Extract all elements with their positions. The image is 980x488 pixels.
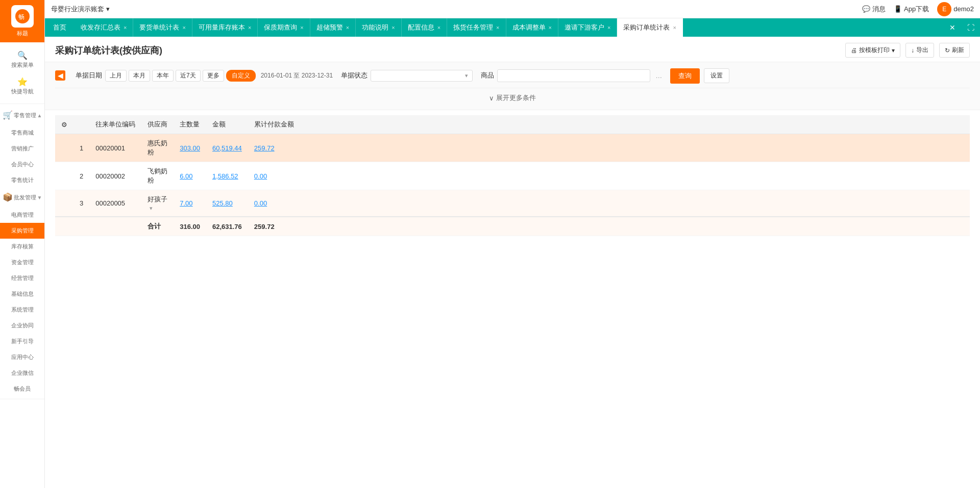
tab-keyong-close[interactable]: × (248, 24, 251, 31)
workspace-selector[interactable]: 母婴行业演示账套 ▾ (51, 5, 110, 14)
date-btn-more[interactable]: 更多 (203, 70, 224, 82)
sidebar-item-inventory[interactable]: 库存核算 (0, 239, 44, 254)
tab-chao-close[interactable]: × (346, 24, 349, 31)
sidebar-item-retail-store[interactable]: 零售商城 (0, 125, 44, 141)
sidebar-item-retail-stat[interactable]: 零售统计 (0, 172, 44, 188)
tab-close-all-btn[interactable]: ✕ (943, 18, 962, 37)
status-select[interactable]: ▾ (371, 70, 473, 82)
sidebar-item-finance[interactable]: 资金管理 (0, 254, 44, 270)
filter-collapse-btn[interactable]: ◀ (55, 70, 65, 81)
col-settings: ⚙ (55, 115, 74, 134)
tab-chengben-close[interactable]: × (549, 24, 552, 31)
sidebar-item-system[interactable]: 系统管理 (0, 302, 44, 318)
row-quantity[interactable]: 303.00 (174, 134, 206, 162)
date-btn-this-month[interactable]: 本月 (129, 70, 150, 82)
sidebar-item-member[interactable]: 会员中心 (0, 157, 44, 172)
tab-pihuo-close[interactable]: × (496, 24, 499, 31)
row-quantity[interactable]: 6.00 (174, 162, 206, 190)
app-download-btn[interactable]: 📱 App下载 (894, 5, 929, 14)
tab-maximize-btn[interactable]: ⛶ (962, 18, 980, 37)
tab-actions: ✕ ⛶ (943, 18, 980, 37)
row-amount[interactable]: 60,519.44 (206, 134, 248, 162)
sidebar-item-vip[interactable]: 畅会员 (0, 381, 44, 397)
row-amount[interactable]: 1,586.52 (206, 162, 248, 190)
collapse-arrow-icon[interactable]: ◀ (55, 70, 65, 81)
tab-caigou[interactable]: 采购订单统计表 × (617, 18, 682, 37)
tab-shoufa[interactable]: 收发存汇总表 × (75, 18, 133, 37)
table-row[interactable]: 3 00020005 好孩子 ▾ 7.00 525.80 0.00 (55, 190, 970, 217)
row-amount[interactable]: 525.80 (206, 190, 248, 217)
settings-btn[interactable]: 设置 (704, 68, 729, 83)
tab-yaoqing-close[interactable]: × (607, 24, 610, 31)
table-row[interactable]: 1 00020001 惠氏奶粉 303.00 60,519.44 259.72 (55, 134, 970, 162)
export-icon: ↓ (911, 47, 914, 54)
row-paid[interactable]: 0.00 (248, 190, 300, 217)
tab-chengben-label: 成本调整单 (512, 23, 546, 32)
logo-text: 标题 (17, 30, 28, 37)
tab-gongneng[interactable]: 功能说明 × (356, 18, 401, 37)
col-amount: 金额 (206, 115, 248, 134)
date-btn-this-year[interactable]: 本年 (152, 70, 174, 82)
sidebar-item-marketing[interactable]: 营销推广 (0, 141, 44, 157)
tab-caigou-close[interactable]: × (673, 24, 676, 31)
status-select-arrow-icon: ▾ (465, 72, 468, 79)
sidebar-item-ops-label: 经营管理 (11, 274, 34, 282)
refresh-btn[interactable]: ↻ 刷新 (939, 43, 970, 58)
tab-baozhi-close[interactable]: × (300, 24, 303, 31)
row-expand-icon: ▾ (150, 205, 153, 211)
sidebar-item-purchase[interactable]: 采购管理 (0, 223, 44, 239)
tab-yaohuo[interactable]: 要货单统计表 × (133, 18, 192, 37)
expand-more-btn[interactable]: ∨ 展开更多条件 (55, 91, 970, 105)
tab-keyong[interactable]: 可用量库存账本 × (192, 18, 258, 37)
col-paid: 累计付款金额 (248, 115, 300, 134)
sidebar-item-collab[interactable]: 企业协同 (0, 318, 44, 333)
tabbar: 首页 收发存汇总表 × 要货单统计表 × 可用量库存账本 × 保质期查询 × 超… (45, 18, 980, 37)
sidebar-item-ecommerce[interactable]: 电商管理 (0, 207, 44, 223)
refresh-icon: ↻ (945, 47, 950, 54)
print-btn[interactable]: 🖨 按模板打印 ▾ (845, 43, 900, 58)
tab-yaoqing[interactable]: 邀请下游客户 × (558, 18, 617, 37)
footer-empty-2 (74, 217, 89, 236)
goods-more-icon[interactable]: … (655, 72, 662, 80)
tab-chengben[interactable]: 成本调整单 × (506, 18, 558, 37)
table-row[interactable]: 2 00020002 飞鹤奶粉 6.00 1,586.52 0.00 (55, 162, 970, 190)
sidebar-item-search[interactable]: 🔍 搜索菜单 (3, 46, 41, 73)
sidebar-item-ops[interactable]: 经营管理 (0, 270, 44, 286)
query-btn[interactable]: 查询 (670, 68, 700, 84)
date-btn-last-month[interactable]: 上月 (105, 70, 127, 82)
sidebar-item-apps[interactable]: 应用中心 (0, 349, 44, 365)
message-btn[interactable]: 💬 消息 (862, 5, 886, 14)
tab-chao[interactable]: 超储预警 × (310, 18, 356, 37)
goods-input[interactable] (497, 69, 650, 82)
sidebar-item-retail-store-label: 零售商城 (11, 129, 34, 137)
sidebar-item-quicknav[interactable]: ⭐ 快捷导航 (3, 73, 41, 99)
print-arrow-icon: ▾ (892, 47, 895, 54)
tab-home[interactable]: 首页 (45, 18, 75, 37)
sidebar-nav: 🛒 零售管理 ▲ 零售商城 营销推广 会员中心 零售统计 📦 批发管理 ▼ 电商… (0, 104, 44, 399)
row-settings (55, 162, 74, 190)
date-btn-custom[interactable]: 自定义 (226, 70, 256, 82)
tab-chao-label: 超储预警 (316, 23, 343, 32)
row-quantity[interactable]: 7.00 (174, 190, 206, 217)
sidebar-item-retail[interactable]: 🛒 零售管理 ▲ (0, 106, 44, 125)
tab-gongneng-close[interactable]: × (391, 24, 395, 31)
footer-extra (300, 217, 970, 236)
tab-peizhi-close[interactable]: × (437, 24, 440, 31)
user-profile-btn[interactable]: E demo2 (937, 2, 974, 16)
sidebar-item-wechat[interactable]: 企业微信 (0, 365, 44, 381)
tab-peizhi[interactable]: 配置信息 × (402, 18, 447, 37)
row-paid[interactable]: 259.72 (248, 134, 300, 162)
tab-baozhi[interactable]: 保质期查询 × (258, 18, 310, 37)
row-extra (300, 162, 970, 190)
tab-shoufa-close[interactable]: × (124, 24, 127, 31)
tab-pihuo[interactable]: 拣货任务管理 × (447, 18, 506, 37)
sidebar-item-wholesale[interactable]: 📦 批发管理 ▼ (0, 188, 44, 207)
row-paid[interactable]: 0.00 (248, 162, 300, 190)
topbar-right: 💬 消息 📱 App下载 E demo2 (862, 2, 974, 16)
sidebar-item-finance-label: 资金管理 (11, 259, 34, 266)
sidebar-item-basic[interactable]: 基础信息 (0, 286, 44, 302)
sidebar-item-guide[interactable]: 新手引导 (0, 333, 44, 349)
date-btn-7days[interactable]: 近7天 (176, 70, 201, 82)
export-btn[interactable]: ↓ 导出 (905, 43, 934, 58)
tab-yaohuo-close[interactable]: × (182, 24, 185, 31)
